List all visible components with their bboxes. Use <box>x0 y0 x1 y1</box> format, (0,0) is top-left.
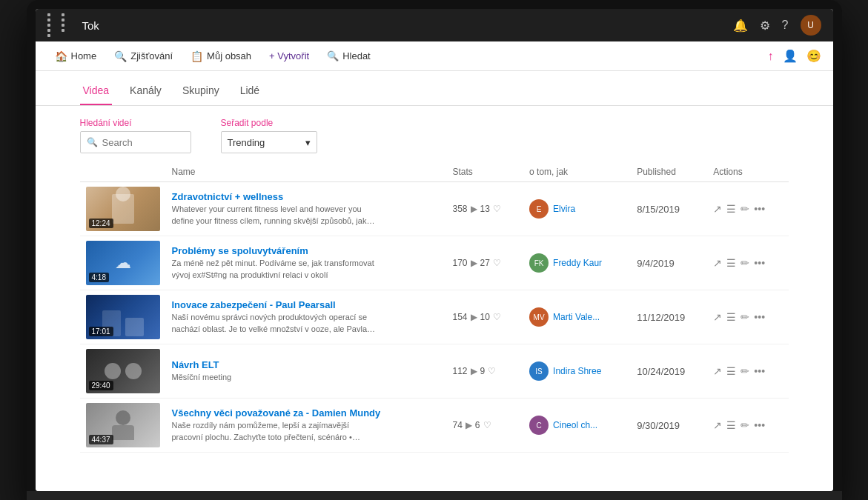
thumbnail-cell: ☁ 4:18 <box>80 236 166 290</box>
col-actions: Actions <box>707 162 788 182</box>
video-thumbnail[interactable]: 44:37 <box>86 403 160 447</box>
view-count: 154 <box>452 312 467 322</box>
video-title[interactable]: Problémy se spoluvytvářením <box>172 245 441 256</box>
nav-explore[interactable]: 🔍 Zjišťování <box>107 41 180 71</box>
share-icon[interactable]: ↗ <box>713 311 722 323</box>
tab-groups[interactable]: Skupiny <box>179 80 222 105</box>
emoji-icon[interactable]: 😊 <box>806 49 821 63</box>
edit-icon[interactable]: ✏ <box>741 419 749 431</box>
heart-icon: ♡ <box>493 204 501 214</box>
nav-bar-right: ↑ 👤 😊 <box>768 49 821 63</box>
author-name[interactable]: Elvira <box>553 204 575 214</box>
nav-search[interactable]: 🔍 Hledat <box>319 41 378 71</box>
col-author: o tom, jak <box>523 162 631 182</box>
video-thumbnail[interactable]: 17:01 <box>86 295 160 339</box>
video-thumbnail[interactable]: ☁ 4:18 <box>86 241 160 285</box>
video-title[interactable]: Všechny věci považované za - Damien Mund… <box>172 407 441 419</box>
table-row: 44:37 Všechny věci považované za - Damie… <box>80 399 789 453</box>
search-label: Hledání videí <box>80 118 191 128</box>
user-avatar[interactable]: U <box>801 15 821 36</box>
explore-icon: 🔍 <box>114 50 127 62</box>
heart-icon: ♡ <box>488 366 496 376</box>
notification-icon[interactable]: 🔔 <box>733 19 748 33</box>
share-icon[interactable]: ↗ <box>713 257 722 269</box>
nav-mycontent[interactable]: 📋 Můj obsah <box>183 41 259 71</box>
author-name[interactable]: Indira Shree <box>553 366 601 376</box>
thumbnail-cell: 12:24 <box>80 182 166 236</box>
name-cell: Zdravotnictví + wellness Whatever your c… <box>166 182 447 236</box>
profile-icon[interactable]: 👤 <box>783 49 798 63</box>
sort-filter-group: Seřadit podle Trending ▾ <box>221 118 317 153</box>
video-description: Měsíční meeting <box>172 372 380 383</box>
actions-cell: ↗ ☰ ✏ ••• <box>707 399 788 453</box>
video-title[interactable]: Inovace zabezpečení - Paul Pearsall <box>172 299 441 310</box>
share-icon[interactable]: ↗ <box>713 419 722 431</box>
video-description: Naše rozdíly nám pomůžeme, lepší a zajím… <box>172 420 380 443</box>
tab-videos[interactable]: Videa <box>80 80 113 105</box>
edit-icon[interactable]: ✏ <box>741 203 749 215</box>
heart-icon: ♡ <box>493 258 501 268</box>
help-icon[interactable]: ? <box>782 19 789 32</box>
tab-channels[interactable]: Kanály <box>127 80 165 105</box>
author-name[interactable]: Cineol ch... <box>553 420 597 430</box>
like-count: 6 <box>475 420 480 430</box>
thumbnail-cell: 29:40 <box>80 344 166 399</box>
author-name[interactable]: Marti Vale... <box>553 312 600 322</box>
play-icon: ▶ <box>471 258 477 268</box>
actions-cell: ↗ ☰ ✏ ••• <box>707 344 788 399</box>
more-icon[interactable]: ••• <box>754 365 765 377</box>
search-filter-group: Hledání videí 🔍 <box>80 118 191 153</box>
nav-bar: 🏠 Home 🔍 Zjišťování 📋 Můj obsah + Vytvoř… <box>36 41 833 71</box>
main-content: Hledání videí 🔍 Seřadit podle Trending ▾ <box>36 106 833 491</box>
name-cell: Inovace zabezpečení - Paul Pearsall Naší… <box>166 290 447 344</box>
filters-row: Hledání videí 🔍 Seřadit podle Trending ▾ <box>80 118 789 153</box>
play-icon: ▶ <box>471 204 477 214</box>
view-count: 112 <box>452 366 467 376</box>
nav-search-icon: 🔍 <box>327 50 339 61</box>
author-name[interactable]: Freddy Kaur <box>553 258 602 268</box>
table-row: 29:40 Návrh ELT Měsíční meeting 112 ▶ 9 … <box>80 344 789 399</box>
thumbnail-cell: 17:01 <box>80 290 166 344</box>
search-input[interactable] <box>102 137 185 148</box>
play-icon: ▶ <box>471 312 477 322</box>
author-avatar: MV <box>529 307 549 327</box>
table-row: ☁ 4:18 Problémy se spoluvytvářením Za mé… <box>80 236 789 290</box>
name-cell: Návrh ELT Měsíční meeting <box>166 344 447 399</box>
share-icon[interactable]: ↗ <box>713 203 722 215</box>
more-icon[interactable]: ••• <box>754 311 765 323</box>
list-icon[interactable]: ☰ <box>726 311 736 323</box>
table-row: 17:01 Inovace zabezpečení - Paul Pearsal… <box>80 290 789 344</box>
share-icon[interactable]: ↗ <box>713 365 722 377</box>
grid-icon[interactable] <box>47 13 73 37</box>
name-cell: Problémy se spoluvytvářením Za méně než … <box>166 236 447 290</box>
list-icon[interactable]: ☰ <box>726 203 736 215</box>
edit-icon[interactable]: ✏ <box>741 365 749 377</box>
author-cell: FK Freddy Kaur <box>523 236 631 290</box>
top-bar-icons: 🔔 ⚙ ? U <box>733 15 821 36</box>
search-box[interactable]: 🔍 <box>80 131 191 153</box>
video-duration: 29:40 <box>89 381 113 390</box>
more-icon[interactable]: ••• <box>754 419 765 431</box>
edit-icon[interactable]: ✏ <box>741 311 749 323</box>
nav-create[interactable]: + Vytvořit <box>262 41 317 71</box>
list-icon[interactable]: ☰ <box>726 365 736 377</box>
list-icon[interactable]: ☰ <box>726 419 736 431</box>
video-thumbnail[interactable]: 12:24 <box>86 187 160 231</box>
list-icon[interactable]: ☰ <box>726 257 736 269</box>
video-duration: 17:01 <box>89 327 113 336</box>
like-count: 13 <box>480 204 490 214</box>
sort-label: Seřadit podle <box>221 118 317 128</box>
upload-icon[interactable]: ↑ <box>768 50 774 63</box>
tab-people[interactable]: Lidé <box>237 80 262 105</box>
video-title[interactable]: Návrh ELT <box>172 359 441 370</box>
more-icon[interactable]: ••• <box>754 257 765 269</box>
nav-home[interactable]: 🏠 Home <box>47 41 105 71</box>
edit-icon[interactable]: ✏ <box>741 257 749 269</box>
video-description: Za méně než pět minut. Podíváme se, jak … <box>172 258 380 281</box>
video-title[interactable]: Zdravotnictví + wellness <box>172 191 441 202</box>
settings-icon[interactable]: ⚙ <box>760 19 770 33</box>
more-icon[interactable]: ••• <box>754 203 765 215</box>
actions-cell: ↗ ☰ ✏ ••• <box>707 236 788 290</box>
video-thumbnail[interactable]: 29:40 <box>86 349 160 393</box>
sort-select[interactable]: Trending ▾ <box>221 131 317 153</box>
